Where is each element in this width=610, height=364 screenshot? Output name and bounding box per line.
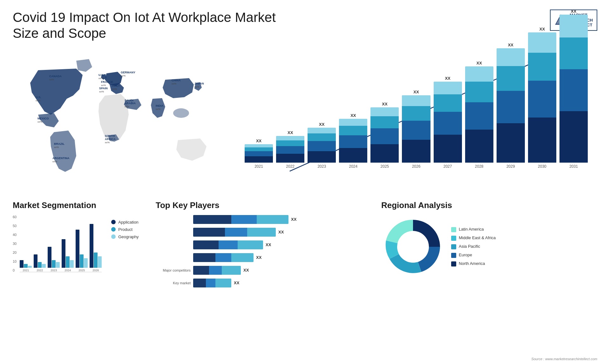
source-text: Source : www.marketresearchintellect.com [531,357,597,361]
legend-dot-geography [111,234,116,239]
seg-bars-area: 2021 2022 [20,215,102,279]
svg-text:xx%: xx% [54,146,59,149]
svg-text:xx%: xx% [172,82,176,85]
bar-2024: XX 2024 [339,113,367,169]
svg-text:ARGENTINA: ARGENTINA [52,157,70,160]
svg-text:xx%: xx% [156,108,160,111]
svg-text:xx%: xx% [99,90,104,93]
seg-chart-with-axis: 60 50 40 30 20 10 0 [13,215,102,279]
map-section: CANADA xx% U.S. xx% MEXICO xx% BRAZIL xx… [13,48,219,191]
page-title: Covid 19 Impact On Iot At Workplace Mark… [13,10,299,42]
bar-2021: XX 2021 [245,138,273,169]
svg-text:xx%: xx% [98,77,103,80]
main-content: CANADA xx% U.S. xx% MEXICO xx% BRAZIL xx… [0,48,610,197]
player-row-2: XX [156,228,372,237]
bottom-row: Market Segmentation 60 50 40 30 20 10 0 [0,200,610,287]
regional-content: Latin America Middle East & Africa Asia … [381,215,597,279]
segmentation-title: Market Segmentation [13,200,146,210]
legend-north-america: North America [451,261,496,266]
bar-2022: XX 2022 [276,130,304,169]
donut-svg [381,215,445,279]
bar-2027: XX 2027 [434,76,462,169]
svg-text:AFRICA: AFRICA [105,138,116,141]
svg-text:U.S.: U.S. [36,96,41,99]
bar-xx-2021: XX [256,138,261,143]
svg-text:INDIA: INDIA [156,104,164,107]
svg-text:JAPAN: JAPAN [194,82,204,85]
player-row-6: Key market XX [156,279,372,287]
legend-color-europe [451,253,456,258]
regional-legend: Latin America Middle East & Africa Asia … [451,227,496,266]
legend-middle-east: Middle East & Africa [451,235,496,241]
bar-2025: XX 2025 [370,102,399,169]
legend-product: Product [111,227,139,232]
player-label-key: Key market [156,281,191,285]
svg-text:xx%: xx% [101,84,106,87]
bar-2031: XX 2031 [559,9,588,169]
donut-chart [381,215,445,279]
legend-color-latin-america [451,227,456,232]
player-row-5: Major competitors XX [156,266,372,275]
svg-text:MEXICO: MEXICO [37,117,49,120]
svg-text:xx%: xx% [37,120,42,123]
svg-text:SOUTH: SOUTH [105,134,115,138]
legend-dot-application [111,220,116,224]
regional-section: Regional Analysis [381,200,597,287]
seg-content: 60 50 40 30 20 10 0 [13,215,146,279]
seg-bar-group: 2021 2022 [20,215,102,272]
seg-y-axis: 60 50 40 30 20 10 0 [13,215,17,279]
bar-2030: XX 2030 [528,27,556,169]
legend-asia-pacific: Asia Pacific [451,244,496,249]
legend-europe: Europe [451,253,496,258]
seg-group-2024: 2024 [62,239,74,272]
bar-2023: XX 2023 [308,122,336,169]
seg-group-2023: 2023 [48,247,60,272]
legend-application: Application [111,220,139,225]
svg-text:GERMANY: GERMANY [121,71,135,74]
svg-text:ARABIA: ARABIA [125,102,136,105]
svg-text:CHINA: CHINA [172,79,181,82]
world-map-svg: CANADA xx% U.S. xx% MEXICO xx% BRAZIL xx… [13,48,219,191]
players-section: Top Key Players XX [156,200,372,287]
bar-2029: XX 2029 [497,43,525,169]
svg-text:BRAZIL: BRAZIL [54,142,64,145]
svg-text:xx%: xx% [194,85,199,88]
players-title: Top Key Players [156,200,372,210]
bar-chart-area: XX 2021 XX [232,51,591,185]
segmentation-section: Market Segmentation 60 50 40 30 20 10 0 [13,200,146,287]
bar-2028: XX 2028 [465,61,493,169]
seg-group-2026: 2026 [90,224,102,272]
svg-text:U.K.: U.K. [98,73,104,77]
player-row-1: XX [156,215,372,224]
svg-text:xx%: xx% [121,74,125,77]
player-row-4: XX [156,253,372,262]
svg-text:xx%: xx% [125,105,129,108]
header: Covid 19 Impact On Iot At Workplace Mark… [0,0,610,48]
bar-chart-section: XX 2021 XX [226,48,597,191]
players-bars: XX XX [156,215,372,287]
bar-year-2021: 2021 [254,164,263,169]
legend-latin-america: Latin America [451,227,496,232]
svg-text:xx%: xx% [105,141,110,144]
svg-text:SPAIN: SPAIN [99,87,108,90]
svg-text:ITALY: ITALY [112,84,120,87]
legend-dot-product [111,227,116,232]
svg-text:xx%: xx% [52,160,57,163]
seg-legend: Application Product Geography [111,220,139,279]
legend-color-middle-east [451,236,456,241]
seg-group-2025: 2025 [76,230,88,272]
player-label-major: Major competitors [156,268,191,272]
seg-group-2022: 2022 [34,254,46,272]
player-row-3: XX [156,240,372,249]
regional-title: Regional Analysis [381,200,597,210]
svg-text:FRANCE: FRANCE [101,80,113,84]
bar-2026: XX 2026 [402,90,430,169]
seg-group-2021: 2021 [20,260,32,272]
svg-text:xx%: xx% [36,99,40,102]
bars-container: XX 2021 XX [245,61,588,169]
legend-geography: Geography [111,234,139,239]
svg-text:CANADA: CANADA [49,75,62,78]
svg-text:xx%: xx% [112,88,117,91]
svg-point-3 [173,108,189,118]
legend-color-north-america [451,261,456,266]
